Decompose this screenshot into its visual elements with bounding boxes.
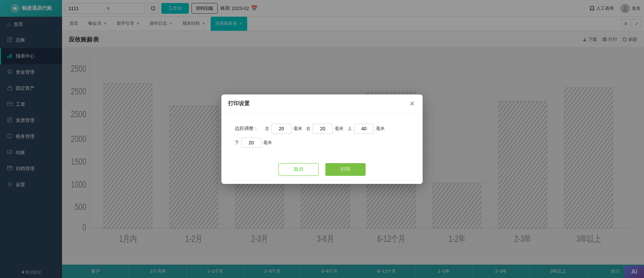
margin-top-group: 上 毫米	[347, 124, 385, 134]
top-unit-label: 毫米	[376, 126, 385, 132]
right-unit-label: 毫米	[335, 126, 343, 132]
margin-bottom-group: 下 毫米	[235, 138, 272, 148]
left-margin-input[interactable]	[271, 124, 291, 134]
modal-footer: 取消 打印	[221, 158, 423, 184]
top-margin-input[interactable]	[354, 124, 374, 134]
bottom-margin-input[interactable]	[241, 138, 261, 148]
confirm-print-button[interactable]: 打印	[325, 163, 366, 176]
margin-left-group: 左 毫米	[265, 124, 302, 134]
top-direction-label: 上	[347, 126, 352, 132]
modal-title: 打印设置	[228, 100, 250, 107]
modal-header: 打印设置 ✕	[221, 94, 423, 114]
cancel-button[interactable]: 取消	[278, 163, 319, 176]
modal-close-button[interactable]: ✕	[408, 100, 416, 108]
bottom-direction-label: 下	[235, 140, 239, 146]
right-direction-label: 右	[306, 126, 311, 132]
left-unit-label: 毫米	[293, 126, 302, 132]
modal-overlay[interactable]: 打印设置 ✕ 边距调整： 左 毫米 右 毫米 上 毫米	[0, 0, 644, 278]
margin-right-group: 右 毫米	[306, 124, 343, 134]
modal-body: 边距调整： 左 毫米 右 毫米 上 毫米 下	[221, 114, 423, 158]
right-margin-input[interactable]	[313, 124, 333, 134]
margin-row: 边距调整： 左 毫米 右 毫米 上 毫米 下	[235, 124, 409, 148]
print-settings-modal: 打印设置 ✕ 边距调整： 左 毫米 右 毫米 上 毫米	[221, 94, 423, 184]
bottom-unit-label: 毫米	[263, 140, 272, 146]
margin-label: 边距调整：	[235, 126, 258, 132]
left-direction-label: 左	[265, 126, 269, 132]
